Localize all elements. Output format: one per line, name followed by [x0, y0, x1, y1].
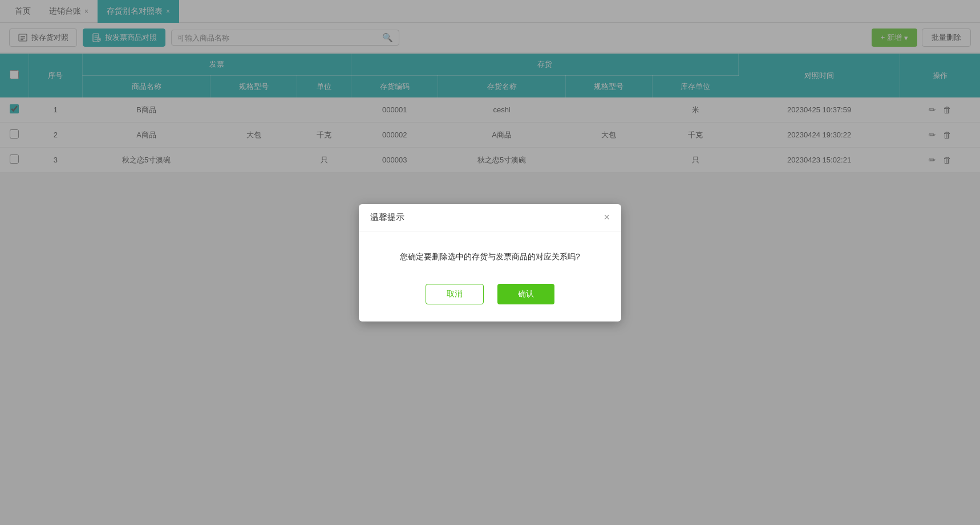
modal-message: 您确定要删除选中的存货与发票商品的对应关系吗?: [400, 252, 580, 261]
modal-footer: 取消 确认: [359, 278, 621, 321]
modal-dialog: 温馨提示 × 您确定要删除选中的存货与发票商品的对应关系吗? 取消 确认: [359, 204, 621, 321]
modal-overlay: 温馨提示 × 您确定要删除选中的存货与发票商品的对应关系吗? 取消 确认: [0, 0, 980, 525]
modal-header: 温馨提示 ×: [359, 204, 621, 231]
modal-confirm-button[interactable]: 确认: [497, 284, 554, 304]
modal-title: 温馨提示: [370, 212, 404, 223]
modal-body: 您确定要删除选中的存货与发票商品的对应关系吗?: [359, 231, 621, 278]
modal-close-button[interactable]: ×: [604, 212, 610, 222]
modal-cancel-button[interactable]: 取消: [426, 284, 484, 304]
